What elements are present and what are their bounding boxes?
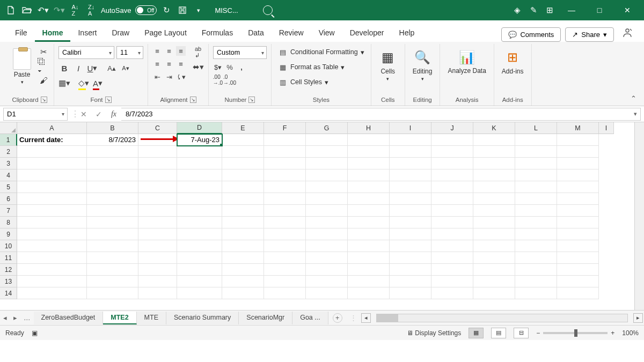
- cell[interactable]: [431, 287, 473, 299]
- cell[interactable]: [306, 228, 348, 240]
- cell[interactable]: [222, 134, 264, 146]
- comments-button[interactable]: 💬 Comments: [501, 27, 561, 42]
- cell[interactable]: [557, 193, 599, 205]
- cell[interactable]: [348, 228, 390, 240]
- cell[interactable]: [431, 252, 473, 264]
- clipboard-launcher[interactable]: ↘: [41, 97, 47, 103]
- cell[interactable]: [348, 134, 390, 146]
- cell[interactable]: [515, 193, 557, 205]
- column-header[interactable]: F: [264, 122, 306, 134]
- align-left-icon[interactable]: ≡: [152, 59, 162, 69]
- cell[interactable]: [222, 264, 264, 276]
- cell[interactable]: [264, 240, 306, 252]
- align-right-icon[interactable]: ≡: [176, 59, 186, 69]
- cell[interactable]: [515, 228, 557, 240]
- cell[interactable]: [557, 240, 599, 252]
- document-name[interactable]: MISC...: [215, 6, 238, 14]
- cell[interactable]: [557, 134, 599, 146]
- cell[interactable]: 7-Aug-23: [177, 134, 222, 146]
- row-header[interactable]: 8: [0, 217, 17, 228]
- search-icon[interactable]: [263, 5, 273, 15]
- cell[interactable]: [17, 287, 87, 299]
- cell[interactable]: [390, 169, 431, 181]
- column-header[interactable]: M: [557, 122, 599, 134]
- cell[interactable]: [306, 181, 348, 193]
- font-size-combo[interactable]: 11: [116, 46, 143, 59]
- cell[interactable]: [473, 205, 515, 217]
- cut-icon[interactable]: ✂: [38, 46, 49, 58]
- cell[interactable]: [306, 205, 348, 217]
- cell[interactable]: [17, 252, 87, 264]
- cell[interactable]: [17, 240, 87, 252]
- row-header[interactable]: 1: [0, 134, 17, 146]
- new-file-icon[interactable]: [4, 4, 17, 17]
- align-bottom-icon[interactable]: ≡: [176, 46, 186, 56]
- cell[interactable]: [557, 205, 599, 217]
- cell[interactable]: [17, 205, 87, 217]
- cell[interactable]: [557, 228, 599, 240]
- cell[interactable]: [177, 287, 222, 299]
- row-header[interactable]: 12: [0, 264, 17, 276]
- cell[interactable]: [138, 287, 177, 299]
- cell[interactable]: [264, 228, 306, 240]
- cell[interactable]: [264, 217, 306, 228]
- cell[interactable]: [138, 193, 177, 205]
- align-center-icon[interactable]: ≡: [164, 59, 174, 69]
- font-color-icon[interactable]: A▾: [92, 77, 104, 89]
- cell[interactable]: [222, 146, 264, 158]
- share-button[interactable]: ↗ Share ▾: [565, 27, 614, 42]
- increase-font-icon[interactable]: A▴: [106, 62, 118, 74]
- comma-icon[interactable]: ,: [237, 62, 246, 72]
- autosave-toggle[interactable]: AutoSave Off: [101, 5, 157, 15]
- cell[interactable]: [390, 240, 431, 252]
- cell[interactable]: [87, 205, 138, 217]
- cell[interactable]: [177, 228, 222, 240]
- sheet-tab[interactable]: ZeroBasedBudget: [34, 312, 104, 324]
- cell[interactable]: [264, 193, 306, 205]
- cell[interactable]: [348, 252, 390, 264]
- column-header[interactable]: J: [431, 122, 473, 134]
- premium-icon[interactable]: ◈: [511, 4, 524, 17]
- number-launcher[interactable]: ↘: [248, 97, 255, 103]
- tab-draw[interactable]: Draw: [104, 24, 137, 42]
- cell[interactable]: [264, 276, 306, 287]
- cell[interactable]: [222, 193, 264, 205]
- cell[interactable]: [17, 181, 87, 193]
- orientation-icon[interactable]: ⤹▾: [176, 72, 186, 82]
- column-header[interactable]: C: [138, 122, 177, 134]
- zoom-level[interactable]: 100%: [622, 329, 639, 337]
- sort-desc-icon[interactable]: Z↓A: [85, 4, 98, 17]
- macro-record-icon[interactable]: ▣: [32, 329, 38, 337]
- cell[interactable]: [177, 205, 222, 217]
- cell[interactable]: [348, 169, 390, 181]
- zoom-in-icon[interactable]: +: [611, 329, 614, 337]
- paste-button[interactable]: Paste▾: [10, 46, 34, 95]
- column-header[interactable]: K: [473, 122, 515, 134]
- cell[interactable]: [138, 134, 177, 146]
- cell[interactable]: [222, 169, 264, 181]
- cell[interactable]: [17, 217, 87, 228]
- cell[interactable]: [138, 158, 177, 169]
- cell[interactable]: [222, 287, 264, 299]
- display-settings-button[interactable]: 🖥 Display Settings: [407, 329, 461, 337]
- cell[interactable]: [515, 205, 557, 217]
- collapse-ribbon-icon[interactable]: ⌃: [631, 94, 636, 102]
- cell[interactable]: [473, 287, 515, 299]
- column-header[interactable]: A: [17, 122, 87, 134]
- cell[interactable]: [138, 169, 177, 181]
- cell[interactable]: [390, 146, 431, 158]
- cells-button[interactable]: ▦Cells▾: [376, 46, 400, 95]
- cell[interactable]: [515, 240, 557, 252]
- cell[interactable]: [306, 240, 348, 252]
- cell[interactable]: [515, 287, 557, 299]
- cell[interactable]: [87, 287, 138, 299]
- cell[interactable]: [264, 134, 306, 146]
- column-header[interactable]: D: [177, 122, 222, 134]
- cell[interactable]: [306, 264, 348, 276]
- cell[interactable]: [557, 158, 599, 169]
- row-header[interactable]: 13: [0, 276, 17, 287]
- qat-more-icon[interactable]: ▾: [192, 4, 205, 17]
- cell[interactable]: [222, 181, 264, 193]
- hscroll-right[interactable]: ▸: [633, 313, 643, 323]
- cell[interactable]: [515, 169, 557, 181]
